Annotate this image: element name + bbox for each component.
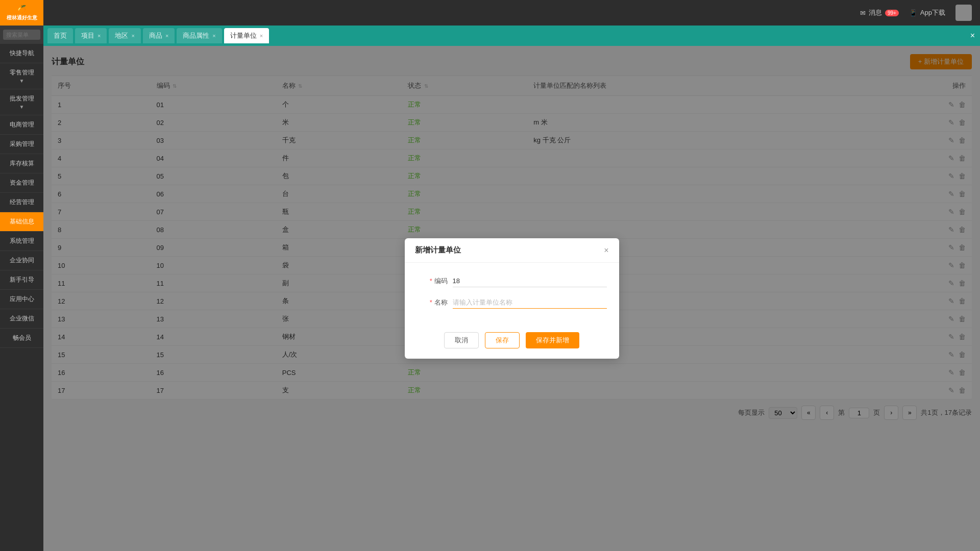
sidebar-search-area [0,26,43,44]
sidebar-item-ecommerce[interactable]: 电商管理 [0,115,43,135]
sidebar-item-wholesale[interactable]: 批发管理 ▼ [0,89,43,115]
tab-close-project[interactable]: × [97,33,101,39]
app-name: 🍊 橙林通好生意 [7,5,37,20]
sidebar-item-inventory[interactable]: 库存核算 [0,154,43,173]
close-all-tabs-icon[interactable]: × [970,31,975,40]
search-input[interactable] [3,30,40,40]
modal-title: 新增计量单位 [415,245,461,255]
sidebar-item-enterprise[interactable]: 企业微信 [0,309,43,329]
tab-close-region[interactable]: × [131,33,134,39]
name-label: * 名称 [417,298,448,307]
modal-add-unit: 新增计量单位 × * 编码 * 名称 [405,238,619,359]
message-icon: ✉ [860,9,866,17]
sidebar-item-membership[interactable]: 畅会员 [0,329,43,348]
sidebar-item-system[interactable]: 系统管理 [0,232,43,251]
modal-header: 新增计量单位 × [405,238,619,263]
tab-close-unit[interactable]: × [260,33,263,39]
sidebar-item-finance[interactable]: 资金管理 [0,173,43,193]
modal-body: * 编码 * 名称 [405,263,619,326]
message-badge: 99+ [885,10,899,16]
name-required-star: * [430,298,432,306]
name-input[interactable] [453,296,607,309]
tab-product[interactable]: 商品 × [143,28,175,43]
app-logo: 🍊 橙林通好生意 [0,0,43,26]
sidebar-item-operation[interactable]: 经营管理 [0,193,43,212]
tab-home[interactable]: 首页 [47,28,73,43]
chevron-down-icon: ▼ [3,104,40,110]
save-add-button[interactable]: 保存并新增 [526,332,579,348]
app-download-btn[interactable]: 📱 App下载 [909,8,945,17]
tab-product-attr[interactable]: 商品属性 × [177,28,222,43]
sidebar-item-guide[interactable]: 新手引导 [0,270,43,290]
sidebar-item-quick-nav[interactable]: 快捷导航 [0,44,43,63]
form-row-code: * 编码 [417,275,607,287]
sidebar-item-purchase[interactable]: 采购管理 [0,135,43,154]
sidebar-item-basic[interactable]: 基础信息 [0,212,43,232]
form-row-name: * 名称 [417,296,607,309]
tab-project[interactable]: 项目 × [75,28,107,43]
sidebar: 🍊 橙林通好生意 快捷导航 零售管理 ▼ 批发管理 ▼ 电商管理 采购管理 库存… [0,0,43,551]
sidebar-item-appcenter[interactable]: 应用中心 [0,290,43,309]
code-input[interactable] [453,275,607,287]
code-label: * 编码 [417,277,448,286]
chevron-down-icon: ▼ [3,78,40,84]
sidebar-item-retail[interactable]: 零售管理 ▼ [0,63,43,89]
main-area: ✉ 消息 99+ 📱 App下载 首页 项目 × 地区 × 商品 × 商品属性 … [43,0,980,551]
tab-close-product-attr[interactable]: × [212,33,215,39]
cancel-button[interactable]: 取消 [444,332,479,348]
tab-region[interactable]: 地区 × [109,28,140,43]
save-button[interactable]: 保存 [485,332,520,348]
tab-close-product[interactable]: × [165,33,168,39]
download-icon: 📱 [909,9,917,17]
modal-close-button[interactable]: × [604,246,608,255]
tab-bar: 首页 项目 × 地区 × 商品 × 商品属性 × 计量单位 × × [43,26,980,46]
modal-footer: 取消 保存 保存并新增 [405,326,619,359]
avatar[interactable] [955,5,972,21]
content-area: 计量单位 + 新增计量单位 序号 编码 ⇅ 名称 ⇅ [43,46,980,551]
code-required-star: * [430,277,432,285]
tab-unit[interactable]: 计量单位 × [224,28,269,43]
modal-overlay: 新增计量单位 × * 编码 * 名称 [43,46,980,551]
top-header: ✉ 消息 99+ 📱 App下载 [43,0,980,26]
message-btn[interactable]: ✉ 消息 99+ [860,8,899,17]
sidebar-item-partner[interactable]: 企业协同 [0,251,43,270]
